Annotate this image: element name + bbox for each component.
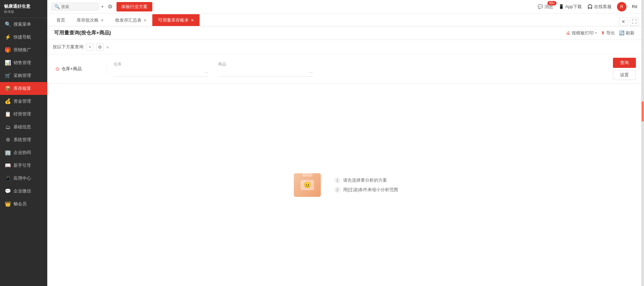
headset-icon: 🎧 [587,4,593,9]
warehouse-label: 仓库 [113,61,208,67]
tab-available-close[interactable]: ✕ [191,19,194,22]
print-dropdown-icon[interactable]: ▾ [595,31,597,35]
sidebar-label-quick-nav: 快捷导航 [14,34,31,40]
sidebar-item-member[interactable]: 👑 畅会员 [0,198,47,210]
tab-batch-label: 库存批次账 [77,17,99,23]
export-btn[interactable]: ⬆ 导出 [601,30,615,36]
sidebar-item-sales[interactable]: 📊 销售管理 [0,56,47,69]
sidebar-item-new-guide[interactable]: 📖 新手引导 [0,159,47,172]
filter-actions: 查询 设置 [606,58,636,80]
sidebar-item-enterprise[interactable]: 🏢 企业协同 [0,146,47,159]
print-label: 按模板打印 [572,30,594,36]
box-face: 😐 [301,180,314,190]
export-icon: ⬆ [601,30,605,35]
sidebar-item-marketing[interactable]: 🎁 营销推广 [0,44,47,56]
sidebar-label-enterprise: 企业协同 [14,150,31,156]
tab-close-all-btn[interactable]: ✕ [619,17,628,26]
query-button[interactable]: 查询 [613,58,636,68]
phone-icon: 📱 [559,4,564,9]
filter-panel: 按以下方案查询 ＋ ⚙ « ⊙ 仓库+商品 仓库 [47,40,641,84]
sidebar-item-basic-info[interactable]: 🗂 基础信息 [0,121,47,133]
scrollbar-thumb[interactable] [642,101,644,122]
content-area: 可用量查询(按仓库+商品) 🖨 按模板打印 ▾ ⬆ 导出 🔄 刷新 [47,26,641,286]
refresh-btn[interactable]: 🔄 刷新 [619,30,635,36]
dropdown-icon[interactable]: ▾ [101,4,104,9]
wechat-icon: 💬 [5,188,11,194]
purchase-icon: 🛒 [5,73,11,79]
print-btn[interactable]: 🖨 按模板打印 ▾ [566,30,597,36]
sidebar-item-inventory[interactable]: 📦 库存核算 [0,82,47,95]
sidebar-label-finance: 资金管理 [14,98,31,104]
sidebar-label-purchase: 采购管理 [14,73,31,79]
sidebar-item-finance[interactable]: 💰 资金管理 [0,95,47,108]
print-icon: 🖨 [566,30,570,35]
tab-available[interactable]: 可用量库存账本 ✕ [152,14,200,26]
marketing-icon: 🎁 [5,47,11,53]
step-2-num: 2 [334,187,340,193]
online-service-btn[interactable]: 🎧 在线客服 [587,4,612,10]
topbar-search-box[interactable]: 🔍 [51,3,99,10]
enterprise-icon: 🏢 [5,150,11,156]
product-label: 商品 [218,61,313,67]
sidebar-label-wechat: 企业微信 [14,188,31,194]
warehouse-more-btn[interactable]: ··· [205,70,208,75]
system-icon: ⚙ [5,137,11,143]
filter-scheme-list: ⊙ 仓库+商品 [53,64,107,74]
app-center-icon: 📱 [5,175,11,181]
sidebar-nav: 🔍 搜索菜单 ⚡ 快捷导航 🎁 营销推广 📊 销售管理 🛒 采购管理 📦 库存核… [0,18,47,286]
sidebar-item-operations[interactable]: 📋 经营管理 [0,108,47,121]
search-input[interactable] [61,4,95,9]
tab-home-label: 首页 [56,17,65,23]
export-label: 导出 [606,30,615,36]
filter-body: ⊙ 仓库+商品 仓库 ··· 商品 [47,54,641,83]
tab-home[interactable]: 首页 [51,14,71,26]
sidebar-label-sales: 销售管理 [14,60,31,66]
sales-icon: 📊 [5,60,11,66]
sidebar-item-purchase[interactable]: 🛒 采购管理 [0,69,47,82]
filter-add-btn[interactable]: ＋ [86,43,94,51]
sidebar-item-system[interactable]: ⚙ 系统管理 [0,133,47,146]
tab-batch-close[interactable]: ✕ [101,19,104,22]
sidebar-item-quick-nav[interactable]: ⚡ 快捷导航 [0,31,47,44]
industry-btn[interactable]: 体验行业方案 [117,2,152,11]
right-scrollbar[interactable] [641,0,644,286]
gear-icon[interactable]: ⚙ [106,2,114,11]
tab-bar: 首页 库存批次账 ✕ 收发存汇总表 ✕ 可用量库存账本 ✕ ✕ ⛶ [47,14,641,26]
product-input[interactable] [218,70,308,75]
sidebar-item-app-center[interactable]: 📱 应用中心 [0,172,47,185]
operations-icon: 📋 [5,111,11,117]
username-label[interactable]: Rit [632,4,637,9]
sidebar-item-wechat[interactable]: 💬 企业微信 [0,185,47,198]
scheme-label: 仓库+商品 [61,66,82,72]
refresh-icon: 🔄 [619,30,624,35]
warehouse-input[interactable] [113,70,203,75]
app-download-btn[interactable]: 📱 App下载 [559,4,582,10]
avatar[interactable]: R [617,2,626,11]
product-more-btn[interactable]: ··· [309,70,313,75]
message-btn[interactable]: 💬 消息 99+ [538,4,553,10]
tab-summary[interactable]: 收发存汇总表 ✕ [109,14,152,26]
app-version: 标准版 [4,9,43,14]
finance-icon: 💰 [5,98,11,104]
sidebar-item-search[interactable]: 🔍 搜索菜单 [0,18,47,31]
scheme-icon: ⊙ [55,66,59,72]
filter-header-label: 按以下方案查询 [53,44,83,50]
tab-summary-close[interactable]: ✕ [144,19,147,22]
page-title: 可用量查询(按仓库+商品) [54,30,111,36]
page-header: 可用量查询(按仓库+商品) 🖨 按模板打印 ▾ ⬆ 导出 🔄 刷新 [47,26,641,40]
sidebar-label-inventory: 库存核算 [14,85,31,92]
product-field: 商品 ··· [218,61,313,77]
app-name: 畅康通好生意 [4,3,43,9]
tab-expand-btn[interactable]: ⛶ [630,17,639,26]
warehouse-field: 仓库 ··· [113,61,208,77]
hint-1-text: 请先选择要分析的方案 [343,177,387,183]
settings-button[interactable]: 设置 [613,70,636,80]
scheme-warehouse-product[interactable]: ⊙ 仓库+商品 [53,64,101,74]
tab-batch[interactable]: 库存批次账 ✕ [71,14,109,26]
tab-summary-label: 收发存汇总表 [115,17,141,23]
filter-fields: 仓库 ··· 商品 ··· [113,61,599,77]
filter-collapse-btn[interactable]: « [106,44,109,50]
sidebar-label-system: 系统管理 [14,137,31,143]
quick-nav-icon: ⚡ [5,34,11,40]
filter-settings-btn[interactable]: ⚙ [96,43,104,51]
